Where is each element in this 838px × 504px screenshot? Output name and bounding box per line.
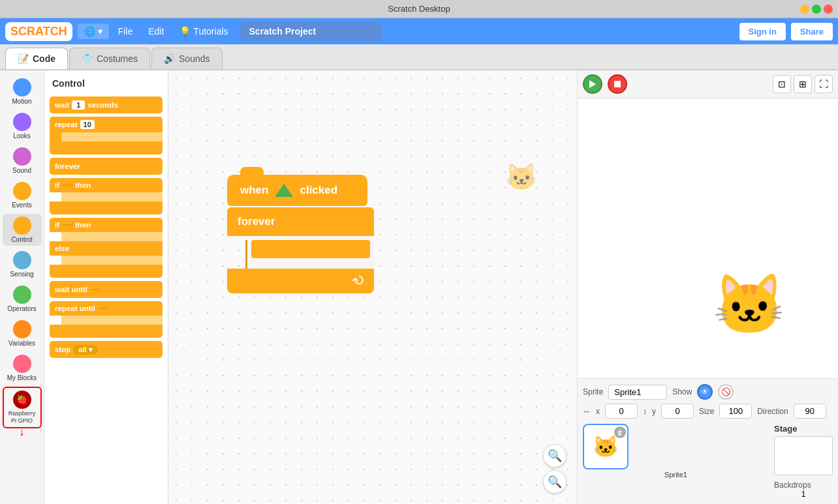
stop-block[interactable]: stop all ▾ [50, 341, 163, 358]
if2-condition [62, 224, 72, 226]
sidebar-item-events[interactable]: Events [3, 179, 42, 211]
x-input[interactable] [605, 404, 638, 419]
project-name-input[interactable] [240, 22, 381, 40]
stage-thumbnail [774, 436, 833, 475]
sidebar-item-control[interactable]: Control [3, 214, 42, 246]
green-flag-canvas [275, 184, 293, 197]
y-label: y [652, 407, 656, 416]
forever-canvas-block[interactable]: forever ↻ [227, 207, 374, 293]
sidebar-item-myblocks[interactable]: My Blocks [3, 352, 42, 384]
window-controls[interactable] [800, 5, 833, 14]
hat-block-body: when clicked [227, 175, 367, 206]
maximize-button[interactable] [812, 5, 821, 14]
sidebar-item-operators[interactable]: Operators [3, 283, 42, 315]
stage-panel: Stage Backdrops 1 [774, 424, 833, 499]
if2-label: if [55, 221, 59, 229]
raspi-label: Raspberry Pi GPIO [7, 410, 38, 424]
scratch-logo: SCRATCH [5, 22, 72, 41]
tab-sounds[interactable]: 🔊 Sounds [151, 48, 222, 69]
sprite-delete-button[interactable]: 🗑 [614, 426, 626, 438]
sprite-coords-row: ↔ x ↕ y Size Direction [583, 404, 833, 419]
if-then-block[interactable]: if then [50, 178, 163, 215]
sign-in-button[interactable]: Sign in [739, 23, 786, 40]
window-title: Scratch Desktop [388, 4, 450, 14]
else-label: else [55, 245, 69, 252]
repeat-until-condition [98, 308, 108, 309]
when-clicked-block[interactable]: when clicked [227, 175, 374, 206]
normal-stage-button[interactable]: ⊞ [794, 75, 812, 93]
if-then-bottom [50, 201, 163, 215]
edit-menu[interactable]: Edit [142, 23, 170, 39]
hide-sprite-button[interactable]: 🚫 [718, 384, 734, 400]
tab-bar: 📝 Code 👕 Costumes 🔊 Sounds [0, 44, 838, 70]
sidebar-item-looks[interactable]: Looks [3, 110, 42, 142]
control-label: Control [11, 236, 32, 243]
sensing-dot [13, 251, 31, 269]
stage-header: ⊡ ⊞ ⛶ [578, 70, 838, 98]
raspi-arrow: ↓ [19, 425, 25, 439]
then-label: then [75, 181, 91, 189]
sprite1-cat-icon: 🐱 [593, 434, 619, 459]
variables-label: Variables [8, 340, 35, 347]
repeat-until-bottom [50, 325, 163, 338]
full-screen-button[interactable]: ⛶ [815, 75, 833, 93]
wait-until-block[interactable]: wait until [50, 281, 163, 298]
zoom-in-button[interactable]: 🔍 [543, 444, 566, 467]
repeat-block[interactable]: repeat 10 [50, 117, 163, 155]
stop-option: all ▾ [73, 345, 97, 355]
tab-code[interactable]: 📝 Code [5, 48, 68, 69]
zoom-out-button[interactable]: 🔍 [543, 470, 566, 494]
repeat-until-block[interactable]: repeat until [50, 301, 163, 338]
show-label: Show [672, 387, 692, 396]
y-arrow-icon: ↕ [643, 407, 647, 416]
backdrops-count: 1 [774, 490, 833, 499]
zoom-out-icon: 🔍 [548, 475, 562, 489]
sidebar-item-sensing[interactable]: Sensing [3, 248, 42, 280]
close-button[interactable] [824, 5, 833, 14]
share-button[interactable]: Share [791, 23, 833, 40]
size-input[interactable] [719, 404, 752, 419]
hat-bump [240, 167, 264, 176]
sprite-name-input[interactable] [608, 385, 667, 400]
wait-input[interactable]: 1 [72, 100, 85, 110]
motion-dot [13, 78, 31, 96]
repeat-block-top: repeat 10 [50, 117, 163, 132]
if-then-else-block-top: if then [50, 218, 163, 232]
canvas-block-group[interactable]: when clicked forever ↻ [227, 175, 374, 293]
when-label: when [240, 184, 268, 197]
stop-icon [614, 81, 621, 87]
else-block: else [50, 241, 163, 256]
repeat-input[interactable]: 10 [80, 120, 95, 129]
show-sprite-button[interactable]: 👁 [697, 384, 713, 400]
sensing-label: Sensing [10, 271, 33, 278]
direction-input[interactable] [794, 404, 826, 419]
variables-dot [13, 320, 31, 338]
tab-costumes[interactable]: 👕 Costumes [69, 48, 150, 69]
if-then-else-block[interactable]: if then else [50, 218, 163, 278]
language-selector[interactable]: 🌐 ▾ [78, 23, 109, 39]
x-label: x [596, 407, 600, 416]
main-layout: Motion Looks Sound Events Control Sensin… [0, 70, 838, 504]
sidebar-item-sound[interactable]: Sound [3, 145, 42, 177]
tutorials-button[interactable]: 💡 Tutorials [173, 23, 234, 39]
sprites-list: 🐱 🗑 Sprite1 [583, 424, 769, 499]
stage-canvas: 🐱 [578, 98, 838, 378]
wait-block[interactable]: wait 1 seconds [50, 96, 163, 113]
small-stage-button[interactable]: ⊡ [773, 75, 791, 93]
sidebar-item-variables[interactable]: Variables [3, 318, 42, 349]
sprite-info-row: Sprite Show 👁 🚫 [583, 384, 833, 400]
sprite-name-label: Sprite [583, 387, 603, 396]
tutorials-label: Tutorials [193, 26, 228, 37]
stop-label: stop [55, 346, 70, 353]
if-then-else-inner1 [61, 232, 163, 241]
green-flag-button[interactable] [583, 74, 602, 94]
forever-block[interactable]: forever [50, 158, 163, 175]
sidebar-item-raspberry-pi[interactable]: 🍓 Raspberry Pi GPIO ↓ [3, 387, 42, 428]
minimize-button[interactable] [800, 5, 809, 14]
sidebar-item-motion[interactable]: Motion [3, 76, 42, 108]
sprite1-thumb[interactable]: 🐱 🗑 [583, 424, 628, 469]
size-label: Size [699, 407, 714, 416]
file-menu[interactable]: File [112, 23, 140, 39]
stop-button[interactable] [608, 74, 627, 94]
y-input[interactable] [661, 404, 694, 419]
